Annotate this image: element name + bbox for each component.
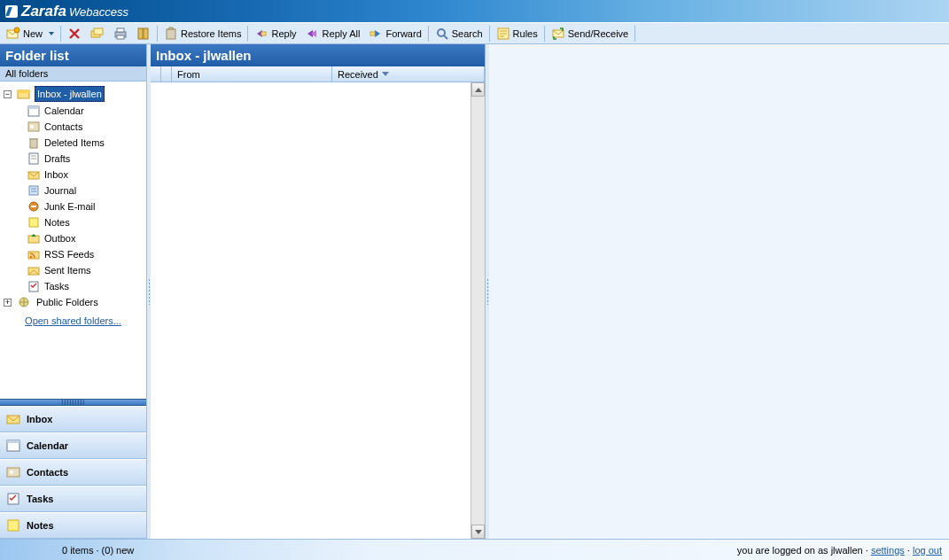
svg-rect-22 <box>30 139 37 148</box>
message-list-panel: Inbox - jlwallen From Received <box>151 44 486 539</box>
open-shared-link-row: Open shared folders... <box>2 310 144 331</box>
sidebar-allfolders[interactable]: All folders <box>0 66 146 82</box>
col-from[interactable]: From <box>172 66 332 82</box>
brand-logo: Zarafa Webaccess <box>5 3 128 20</box>
col-from-label: From <box>177 69 200 80</box>
tree-item-sent[interactable]: Sent Items <box>18 262 144 278</box>
outbox-icon <box>27 231 41 245</box>
status-right: you are logged on as jlwallen · settings… <box>737 545 942 556</box>
tree-root-inbox[interactable]: − Inbox - jlwallen <box>2 85 144 103</box>
brand-product-text: Webaccess <box>69 5 128 19</box>
tree-item-notes[interactable]: Notes <box>18 214 144 230</box>
nav-item-contacts[interactable]: Contacts <box>0 459 146 486</box>
collapse-icon[interactable]: − <box>4 90 12 98</box>
new-mail-icon <box>6 27 20 41</box>
delete-button[interactable] <box>63 24 86 43</box>
list-title: Inbox - jlwallen <box>151 44 485 66</box>
copy-move-button[interactable] <box>86 24 109 43</box>
inbox-icon <box>5 412 21 426</box>
delete-x-icon <box>67 27 82 41</box>
sidebar-title: Folder list <box>0 44 146 66</box>
tree-public-label: Public Folders <box>35 295 100 309</box>
col-icon[interactable] <box>151 66 161 82</box>
reply-icon <box>254 27 268 41</box>
list-scrollbar[interactable] <box>471 82 485 539</box>
tree-item-label: Junk E-mail <box>44 199 95 214</box>
scroll-up-button[interactable] <box>471 82 485 97</box>
tree-item-label: Drafts <box>44 152 70 166</box>
tree-item-label: RSS Feeds <box>44 247 94 261</box>
chevron-down-icon <box>475 530 482 534</box>
addressbook-button[interactable] <box>132 24 155 43</box>
contacts-icon <box>27 120 41 134</box>
scroll-down-button[interactable] <box>471 525 485 539</box>
toolbar-separator <box>157 26 158 42</box>
search-button[interactable]: Search <box>431 24 487 43</box>
col-received-label: Received <box>338 69 378 80</box>
svg-rect-41 <box>8 520 19 531</box>
tree-item-rss[interactable]: RSS Feeds <box>18 246 144 262</box>
tree-item-junk[interactable]: Junk E-mail <box>18 198 144 214</box>
expand-icon[interactable]: + <box>4 299 12 307</box>
send-receive-button[interactable]: Send/Receive <box>547 24 634 43</box>
tree-item-contacts[interactable]: Contacts <box>18 119 144 135</box>
status-user-prefix: you are logged on as jlwallen · <box>737 545 871 556</box>
brand-name-text: Zarafa <box>21 3 66 20</box>
svg-line-13 <box>444 35 447 39</box>
reply-all-button[interactable]: Reply All <box>301 24 365 43</box>
col-flag[interactable] <box>161 66 172 82</box>
nav-item-tasks[interactable]: Tasks <box>0 486 146 512</box>
app-header: Zarafa Webaccess <box>0 0 949 22</box>
print-icon <box>113 27 128 41</box>
tree-item-calendar[interactable]: Calendar <box>18 103 144 119</box>
tree-item-deleted[interactable]: Deleted Items <box>18 135 144 151</box>
settings-link[interactable]: settings <box>871 545 905 556</box>
sent-icon <box>27 263 41 277</box>
svg-point-21 <box>30 125 34 128</box>
nav-item-notes[interactable]: Notes <box>0 512 146 539</box>
tasks-icon <box>27 279 41 293</box>
addressbook-icon <box>136 27 151 41</box>
search-label: Search <box>452 28 483 39</box>
svg-rect-19 <box>28 106 39 109</box>
restore-items-button[interactable]: Restore Items <box>159 24 245 43</box>
tree-item-journal[interactable]: Journal <box>18 183 144 198</box>
tree-item-tasks[interactable]: Tasks <box>18 278 144 294</box>
nav-item-inbox[interactable]: Inbox <box>0 406 146 432</box>
status-bar: 0 items · (0) new you are logged on as j… <box>0 539 949 560</box>
logout-link[interactable]: log out <box>913 545 942 556</box>
svg-rect-8 <box>144 28 148 39</box>
tree-item-drafts[interactable]: Drafts <box>18 151 144 167</box>
trash-icon <box>27 136 41 150</box>
nav-item-calendar[interactable]: Calendar <box>0 432 146 459</box>
tree-item-outbox[interactable]: Outbox <box>18 230 144 246</box>
drafts-icon <box>27 152 41 166</box>
svg-rect-9 <box>167 29 175 39</box>
brand-name: Zarafa Webaccess <box>21 3 128 20</box>
tree-item-label: Deleted Items <box>44 136 105 150</box>
forward-button[interactable]: Forward <box>364 24 425 43</box>
open-shared-folders-link[interactable]: Open shared folders... <box>25 315 121 326</box>
tree-public-folders[interactable]: + Public Folders <box>2 294 144 310</box>
sidebar-grip[interactable]: ׀׀׀׀׀׀׀׀׀ <box>0 399 146 406</box>
svg-rect-11 <box>370 32 375 35</box>
tree-item-label: Inbox <box>44 167 68 182</box>
tree-item-inbox[interactable]: Inbox <box>18 167 144 183</box>
svg-rect-23 <box>29 138 38 140</box>
forward-icon <box>369 27 383 41</box>
new-button[interactable]: New <box>2 24 58 43</box>
nav-item-label: Calendar <box>27 440 68 451</box>
message-list-body[interactable] <box>151 82 485 539</box>
print-button[interactable] <box>109 24 132 43</box>
svg-rect-17 <box>18 90 29 93</box>
calendar-icon <box>5 439 21 453</box>
list-column-header: From Received <box>151 66 485 82</box>
reply-button[interactable]: Reply <box>250 24 300 43</box>
tree-item-label: Sent Items <box>44 263 91 277</box>
rules-button[interactable]: Rules <box>492 24 542 43</box>
col-received[interactable]: Received <box>332 66 485 82</box>
zarafa-logo-icon <box>5 5 18 18</box>
journal-icon <box>27 183 41 198</box>
svg-rect-37 <box>7 440 19 443</box>
svg-rect-7 <box>138 28 143 39</box>
